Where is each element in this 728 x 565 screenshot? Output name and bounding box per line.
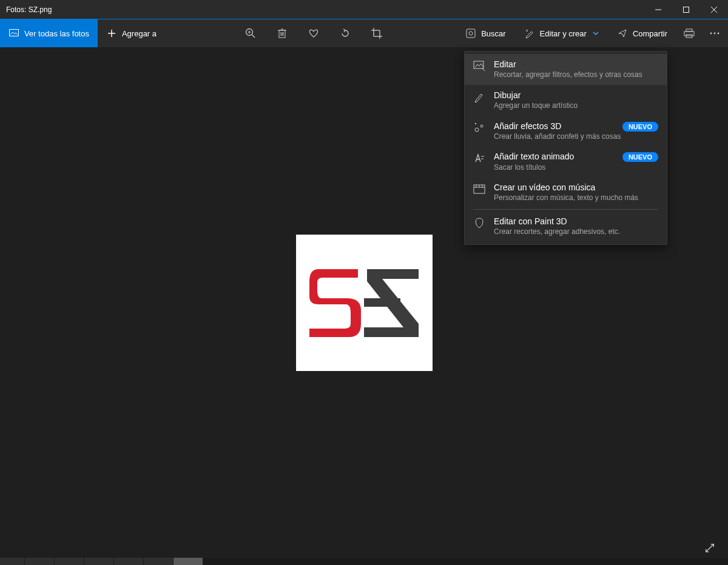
svg-point-33 (475, 128, 479, 132)
video-icon (473, 183, 485, 195)
more-button[interactable] (707, 26, 722, 41)
menu-item-animated-text[interactable]: Añadir texto animado Sacar los títulos N… (465, 146, 667, 177)
search-label: Buscar (481, 29, 505, 38)
edit-icon (524, 28, 535, 39)
edit-create-button[interactable]: Editar y crear (521, 28, 602, 39)
menu-item-sub: Sacar los títulos (494, 163, 658, 173)
menu-item-3d-effects[interactable]: Añadir efectos 3D Crear lluvia, añadir c… (465, 116, 667, 147)
text-icon (473, 152, 485, 164)
heart-icon (308, 28, 319, 39)
share-icon (617, 28, 628, 39)
share-button[interactable]: Compartir (613, 28, 671, 39)
rotate-button[interactable] (338, 26, 352, 41)
crop-icon (371, 28, 382, 39)
window-controls (644, 0, 728, 19)
svg-point-34 (480, 125, 483, 127)
sz-logo (303, 263, 425, 342)
minimize-button[interactable] (644, 0, 672, 19)
plus-icon (106, 28, 117, 39)
svg-rect-21 (467, 29, 475, 38)
menu-item-texts: Dibujar Agregar un toque artístico (494, 90, 658, 111)
svg-rect-31 (364, 298, 400, 307)
window-title: Fotos: SZ.png (0, 5, 52, 14)
svg-line-8 (252, 35, 255, 38)
fullscreen-icon (704, 543, 715, 553)
chevron-down-icon (593, 30, 599, 36)
menu-item-title: Crear un vídeo con música (494, 182, 658, 193)
view-all-label: Ver todas las fotos (24, 29, 89, 38)
picture-edit-icon (473, 60, 485, 72)
maximize-button[interactable] (672, 0, 700, 19)
visual-search-button[interactable]: Buscar (462, 28, 509, 39)
svg-rect-26 (684, 32, 694, 36)
toolbar-right: Buscar Editar y crear Compartir (462, 19, 728, 47)
paint3d-icon (473, 217, 485, 229)
menu-item-sub: Personalizar con música, texto y mucho m… (494, 193, 658, 203)
menu-item-texts: Crear un vídeo con música Personalizar c… (494, 182, 658, 203)
edit-create-menu: Editar Recortar, agregar filtros, efecto… (464, 51, 667, 245)
menu-item-texts: Editar con Paint 3D Crear recortes, agre… (494, 216, 658, 237)
menu-item-paint3d[interactable]: Editar con Paint 3D Crear recortes, agre… (465, 211, 667, 242)
menu-item-draw[interactable]: Dibujar Agregar un toque artístico (465, 85, 667, 116)
toolbar-left: Ver todas las fotos Agregar a (0, 19, 165, 47)
svg-point-28 (710, 33, 712, 35)
svg-rect-4 (10, 30, 19, 36)
print-button[interactable] (682, 26, 696, 41)
edit-create-label: Editar y crear (540, 29, 587, 38)
more-icon (709, 28, 720, 39)
svg-point-30 (718, 33, 720, 35)
magnifier-plus-icon (245, 28, 256, 39)
favorite-button[interactable] (306, 26, 321, 41)
menu-item-title: Editar (494, 59, 658, 70)
fullscreen-button[interactable] (701, 540, 718, 557)
svg-point-29 (714, 33, 716, 35)
svg-line-42 (706, 544, 714, 552)
svg-point-22 (469, 32, 473, 35)
pen-icon (473, 91, 485, 103)
collection-icon (8, 28, 19, 39)
effects-3d-icon (473, 122, 485, 134)
visual-search-icon (465, 28, 476, 39)
menu-item-sub: Crear recortes, agregar adhesivos, etc. (494, 227, 658, 237)
crop-button[interactable] (369, 26, 384, 41)
menu-item-video-music[interactable]: Crear un vídeo con música Personalizar c… (465, 177, 667, 208)
svg-rect-1 (684, 7, 689, 13)
menu-item-edit[interactable]: Editar Recortar, agregar filtros, efecto… (465, 54, 667, 85)
zoom-button[interactable] (243, 26, 258, 41)
new-badge: NUEVO (622, 122, 658, 132)
close-button[interactable] (700, 0, 728, 19)
displayed-image (296, 235, 433, 371)
menu-item-title: Dibujar (494, 90, 658, 101)
add-to-button[interactable]: Agregar a (98, 19, 165, 47)
delete-button[interactable] (275, 26, 289, 41)
menu-item-sub: Agregar un toque artístico (494, 101, 658, 111)
view-all-photos-button[interactable]: Ver todas las fotos (0, 19, 98, 47)
toolbar-center (165, 19, 462, 47)
menu-item-sub: Recortar, agregar filtros, efectos y otr… (494, 70, 658, 80)
taskbar (0, 558, 728, 565)
add-to-label: Agregar a (122, 29, 157, 38)
menu-separator (473, 209, 658, 210)
rotate-icon (340, 28, 351, 39)
toolbar: Ver todas las fotos Agregar a (0, 19, 728, 47)
share-label: Compartir (633, 29, 667, 38)
print-icon (684, 28, 695, 39)
menu-item-title: Editar con Paint 3D (494, 216, 658, 227)
titlebar: Fotos: SZ.png (0, 0, 728, 19)
new-badge: NUEVO (622, 152, 658, 162)
menu-item-sub: Crear lluvia, añadir confeti y más cosas (494, 132, 658, 142)
menu-item-texts: Editar Recortar, agregar filtros, efecto… (494, 59, 658, 80)
svg-rect-25 (686, 29, 692, 32)
trash-icon (277, 28, 288, 39)
